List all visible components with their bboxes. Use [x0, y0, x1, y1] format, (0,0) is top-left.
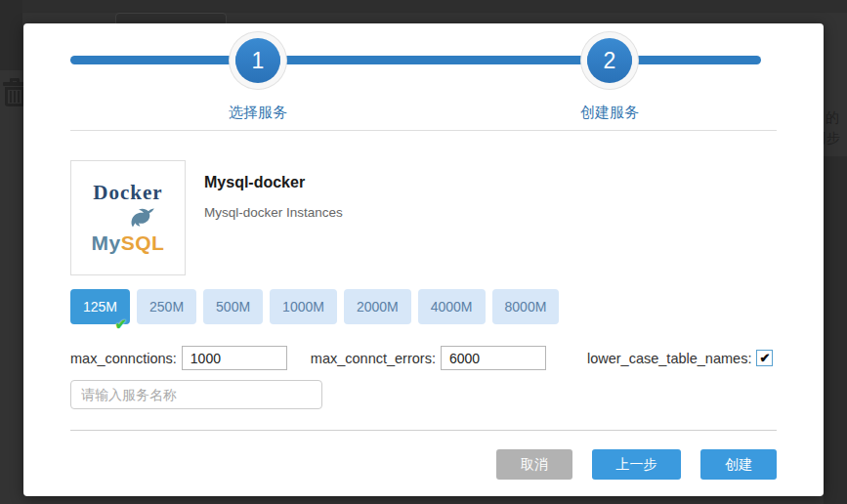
- step-1-circle[interactable]: 1: [235, 38, 280, 83]
- memory-option-500M[interactable]: 500M: [203, 289, 263, 324]
- service-title: Mysql-docker: [204, 174, 343, 191]
- cancel-button[interactable]: 取消: [496, 449, 572, 480]
- max-connections-input[interactable]: [182, 346, 287, 370]
- step-wizard: 1 2 选择服务 创建服务: [23, 23, 824, 130]
- service-subtitle: Mysql-docker Instances: [204, 205, 343, 220]
- step-1-number: 1: [252, 48, 265, 74]
- background-top-band: [0, 0, 847, 13]
- memory-option-2000M[interactable]: 2000M: [344, 289, 411, 324]
- lower-case-table-names-checkbox[interactable]: ✔: [756, 350, 773, 366]
- progress-bar: [70, 56, 761, 64]
- memory-options-row: 125M✔250M500M1000M2000M4000M8000M: [23, 275, 824, 324]
- lower-case-table-names-label: lower_case_table_names:: [587, 351, 751, 366]
- step-2-label: 创建服务: [512, 104, 707, 122]
- service-info: Docker MySQL Mysql-docker Mysql-docker I…: [23, 131, 824, 275]
- background-left-block: [0, 0, 22, 70]
- mysql-wordmark-sql: SQL: [121, 231, 165, 254]
- step-2-number: 2: [604, 48, 616, 74]
- memory-option-4000M[interactable]: 4000M: [418, 289, 486, 324]
- dialog-footer: 取消 上一步 创建: [23, 431, 824, 480]
- max-connect-errors-input[interactable]: [441, 346, 546, 370]
- service-name-row: [23, 370, 824, 409]
- max-connections-label: max_connctions:: [70, 351, 177, 366]
- memory-option-1000M[interactable]: 1000M: [270, 289, 337, 324]
- mysql-wordmark: MySQL: [92, 231, 165, 255]
- docker-wordmark: Docker: [93, 181, 162, 205]
- checkmark-icon: ✔: [759, 351, 770, 365]
- config-row: max_connctions: max_connct_errors: lower…: [23, 324, 824, 370]
- step-2-circle[interactable]: 2: [587, 38, 632, 83]
- selected-check-icon: ✔: [114, 315, 127, 333]
- service-text: Mysql-docker Mysql-docker Instances: [204, 160, 343, 275]
- previous-step-button[interactable]: 上一步: [592, 449, 681, 480]
- memory-option-250M[interactable]: 250M: [137, 289, 196, 324]
- memory-option-125M[interactable]: 125M✔: [70, 289, 130, 324]
- create-service-dialog: 1 2 选择服务 创建服务 Docker MySQL Mysql-docker …: [23, 23, 824, 496]
- create-button[interactable]: 创建: [700, 449, 777, 480]
- background-right-panel-edge: [824, 156, 847, 504]
- step-1-label: 选择服务: [160, 104, 356, 122]
- background-dim-text-1: 的: [826, 107, 839, 127]
- service-name-input[interactable]: [70, 380, 322, 409]
- mysql-docker-logo: Docker MySQL: [70, 160, 186, 275]
- memory-option-8000M[interactable]: 8000M: [492, 289, 560, 324]
- max-connect-errors-label: max_connct_errors:: [311, 351, 436, 366]
- mysql-wordmark-my: My: [92, 231, 121, 254]
